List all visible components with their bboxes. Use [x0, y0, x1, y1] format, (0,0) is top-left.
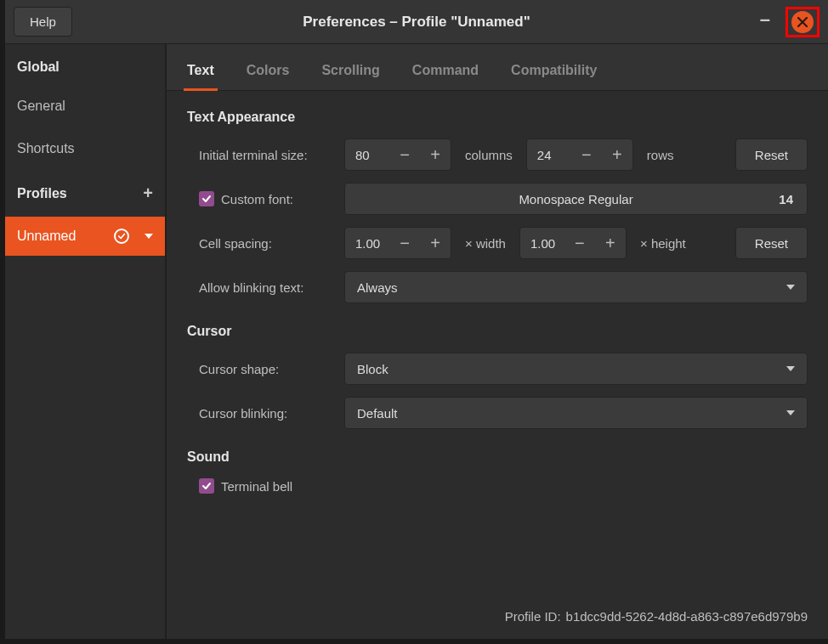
columns-minus[interactable]: − [389, 139, 420, 170]
profiles-label: Profiles [17, 186, 67, 201]
rows-spinner[interactable]: 24 − + [526, 138, 633, 171]
label-custom-font: Custom font: [187, 191, 336, 206]
reset-size-button[interactable]: Reset [735, 138, 808, 171]
row-terminal-bell: Terminal bell [187, 478, 808, 494]
tab-command[interactable]: Command [409, 54, 482, 90]
height-value[interactable]: 1.00 [520, 236, 564, 251]
width-value[interactable]: 1.00 [345, 236, 389, 251]
close-highlight [785, 7, 819, 37]
columns-unit: columns [460, 148, 518, 162]
sidebar: Global General Shortcuts Profiles + Unna… [5, 44, 167, 639]
chevron-down-icon [786, 285, 795, 290]
row-cursor-shape: Cursor shape: Block [187, 353, 808, 385]
blinking-text-value: Always [357, 280, 398, 295]
terminal-bell-label-text: Terminal bell [221, 479, 292, 494]
cursor-shape-select[interactable]: Block [344, 353, 808, 385]
add-profile-button[interactable]: + [143, 184, 153, 203]
label-cell-spacing: Cell spacing: [187, 236, 336, 251]
tab-scrolling[interactable]: Scrolling [318, 54, 383, 90]
tabs: Text Colors Scrolling Command Compatibil… [167, 44, 828, 91]
row-cell-spacing: Cell spacing: 1.00 − + × width 1.00 − + … [187, 227, 808, 259]
cursor-blinking-select[interactable]: Default [344, 397, 808, 429]
row-initial-size: Initial terminal size: 80 − + columns 24… [187, 138, 808, 171]
custom-font-checkbox[interactable] [199, 191, 214, 206]
height-spinner[interactable]: 1.00 − + [519, 227, 627, 259]
rows-value[interactable]: 24 [527, 148, 571, 162]
row-blinking-text: Allow blinking text: Always [187, 271, 808, 303]
profile-id-value: b1dcc9dd-5262-4d8d-a863-c897e6d979b9 [566, 609, 808, 624]
custom-font-label-text: Custom font: [221, 192, 293, 206]
width-spinner[interactable]: 1.00 − + [344, 227, 451, 259]
preferences-window: Help Preferences – Profile "Unnamed" – G… [5, 0, 828, 639]
rows-unit: rows [642, 148, 679, 162]
tab-pane-text: Text Appearance Initial terminal size: 8… [167, 91, 828, 597]
profile-id-label: Profile ID: [505, 609, 561, 624]
close-button[interactable] [791, 11, 814, 33]
section-text-appearance: Text Appearance [187, 110, 808, 125]
row-custom-font: Custom font: Monospace Regular 14 [187, 183, 808, 215]
label-cursor-blinking: Cursor blinking: [187, 406, 336, 421]
profile-menu-icon[interactable] [145, 234, 153, 239]
sidebar-profiles-header: Profiles + [5, 170, 165, 217]
chevron-down-icon [786, 366, 795, 371]
label-blinking-text: Allow blinking text: [187, 280, 336, 295]
footer: Profile ID: b1dcc9dd-5262-4d8d-a863-c897… [167, 597, 828, 639]
height-minus[interactable]: − [564, 228, 595, 258]
window-body: Global General Shortcuts Profiles + Unna… [5, 44, 828, 639]
width-plus[interactable]: + [420, 228, 451, 258]
tab-colors[interactable]: Colors [243, 54, 293, 90]
label-initial-size: Initial terminal size: [187, 148, 336, 162]
window-title: Preferences – Profile "Unnamed" [303, 14, 530, 31]
label-cursor-shape: Cursor shape: [187, 362, 336, 376]
profile-default-icon [114, 229, 129, 244]
row-cursor-blinking: Cursor blinking: Default [187, 397, 808, 429]
sidebar-item-shortcuts[interactable]: Shortcuts [5, 127, 165, 170]
columns-value[interactable]: 80 [345, 148, 389, 162]
tab-text[interactable]: Text [184, 54, 218, 90]
window-controls: – [760, 7, 819, 37]
chevron-down-icon [786, 410, 795, 415]
label-terminal-bell: Terminal bell [187, 478, 336, 494]
height-plus[interactable]: + [595, 228, 626, 258]
height-unit: × height [635, 236, 691, 251]
minimize-button[interactable]: – [760, 8, 770, 36]
columns-plus[interactable]: + [420, 139, 451, 170]
terminal-bell-checkbox[interactable] [199, 478, 214, 494]
section-sound: Sound [187, 449, 808, 465]
content: Text Colors Scrolling Command Compatibil… [167, 44, 828, 639]
rows-minus[interactable]: − [571, 139, 602, 170]
cursor-shape-value: Block [357, 362, 388, 376]
sidebar-profile-unnamed[interactable]: Unnamed [5, 217, 165, 256]
width-minus[interactable]: − [389, 228, 420, 258]
profile-label: Unnamed [17, 229, 76, 244]
font-name: Monospace Regular [519, 192, 632, 206]
titlebar: Help Preferences – Profile "Unnamed" – [5, 0, 828, 44]
check-icon [201, 481, 212, 491]
sidebar-global-header: Global [5, 44, 165, 85]
check-icon [201, 194, 212, 204]
tab-compatibility[interactable]: Compatibility [508, 54, 600, 90]
rows-plus[interactable]: + [602, 139, 632, 170]
close-icon [797, 17, 808, 27]
section-cursor: Cursor [187, 324, 808, 339]
blinking-text-select[interactable]: Always [344, 271, 808, 303]
width-unit: × width [460, 236, 511, 251]
font-size: 14 [779, 192, 793, 206]
columns-spinner[interactable]: 80 − + [344, 138, 451, 171]
reset-spacing-button[interactable]: Reset [735, 227, 808, 259]
sidebar-item-general[interactable]: General [5, 85, 165, 127]
font-chooser-button[interactable]: Monospace Regular 14 [344, 183, 808, 215]
help-button[interactable]: Help [14, 7, 72, 37]
cursor-blinking-value: Default [357, 406, 398, 421]
